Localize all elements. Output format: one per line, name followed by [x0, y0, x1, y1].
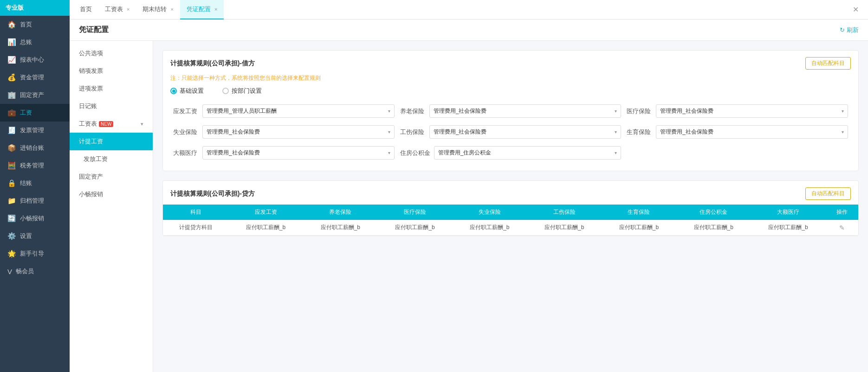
sidebar-item-vip[interactable]: V 畅会员: [0, 263, 70, 280]
sidebar-item-stock[interactable]: 📦 进销台账: [0, 139, 70, 157]
section-credit-title: 计提核算规则(公司承担)-贷方: [170, 190, 255, 198]
radio-basic-label: 基础设置: [180, 87, 204, 95]
tab-bar: 首页 工资表 × 期末结转 × 凭证配置 × ✕: [70, 0, 868, 19]
sidebar-item-close[interactable]: 🔒 结账: [0, 174, 70, 192]
content-layout: 公共选项 销项发票 进项发票 日记账 工资表 NEW ▾ 计提工资 发放工资: [70, 41, 868, 372]
th-pension: 养老保险: [303, 205, 378, 220]
sidebar-item-invoice[interactable]: 🧾 发票管理: [0, 122, 70, 139]
section-debit: 计提核算规则(公司承担)-借方 自动匹配科目 注：只能选择一种方式，系统将按照您…: [162, 50, 859, 171]
tab-salary-table-close[interactable]: ×: [127, 6, 130, 12]
sidebar-item-salary[interactable]: 💼 工资: [0, 104, 70, 122]
left-nav-input-invoice[interactable]: 进项发票: [70, 80, 153, 97]
sidebar-label-tax: 税务管理: [20, 161, 44, 170]
page-header: 凭证配置 ↻ 刷新: [70, 19, 868, 41]
td-fund-val: 应付职工薪酬_b: [676, 220, 751, 236]
window-close-button[interactable]: ✕: [847, 5, 864, 14]
form-label-7: 住房公积金: [400, 149, 430, 157]
tab-voucher-config[interactable]: 凭证配置 ×: [180, 0, 224, 19]
new-badge: NEW: [99, 121, 113, 127]
tab-salary-table[interactable]: 工资表 ×: [98, 0, 136, 19]
section-credit: 计提核算规则(公司承担)-贷方 自动匹配科目 科目 应发工资 养老保险 医疗保险…: [162, 180, 859, 236]
sidebar-item-settings[interactable]: ⚙️ 设置: [0, 227, 70, 245]
form-item-0: 应发工资 管理费用_管理人员职工薪酬 ▾: [170, 101, 397, 122]
left-nav-journal[interactable]: 日记账: [70, 97, 153, 115]
td-medical-val: 应付职工薪酬_b: [378, 220, 453, 236]
chevron-down-icon-0: ▾: [388, 109, 390, 114]
form-select-value-6: 管理费用_社会保险费: [207, 149, 386, 157]
sidebar-label-guide: 新手引导: [20, 250, 44, 258]
radio-basic-circle: [170, 88, 177, 94]
refresh-button[interactable]: ↻ 刷新: [840, 26, 859, 34]
form-select-value-2: 管理费用_社会保险费: [660, 107, 840, 115]
form-item-6: 大额医疗 管理费用_社会保险费 ▾: [170, 142, 397, 163]
sidebar: 专业版 🏠 首页 📊 总账 📈 报表中心 💰 资金管理 🏢 固定资产 💼 工资 …: [0, 0, 70, 372]
sidebar-item-report[interactable]: 📈 报表中心: [0, 51, 70, 69]
archive-icon: 📁: [7, 197, 16, 205]
sidebar-label-invoice: 发票管理: [20, 126, 44, 135]
tab-home-label: 首页: [80, 5, 92, 13]
th-unemploy: 失业保险: [452, 205, 527, 220]
auto-match-credit-button[interactable]: 自动匹配科目: [805, 187, 851, 200]
settings-icon: ⚙️: [7, 232, 16, 240]
form-select-value-1: 管理费用_社会保险费: [434, 107, 613, 115]
form-select-1[interactable]: 管理费用_社会保险费 ▾: [429, 104, 622, 118]
form-grid: 应发工资 管理费用_管理人员职工薪酬 ▾ 养老保险 管理费用_社会保险费 ▾: [163, 101, 858, 171]
form-item-4: 工伤保险 管理费用_社会保险费 ▾: [397, 122, 624, 142]
guide-icon: 🌟: [7, 250, 16, 258]
left-nav-cancel-invoice[interactable]: 销项发票: [70, 62, 153, 80]
form-select-6[interactable]: 管理费用_社会保险费 ▾: [202, 146, 395, 160]
tab-voucher-config-label: 凭证配置: [187, 5, 211, 13]
sidebar-label-ledger: 总账: [20, 38, 32, 46]
sidebar-item-ledger[interactable]: 📊 总账: [0, 33, 70, 51]
tab-period-end-close[interactable]: ×: [170, 6, 173, 12]
left-nav-calc-salary[interactable]: 计提工资: [70, 133, 153, 150]
td-action[interactable]: ✎: [825, 220, 858, 236]
sidebar-item-archive[interactable]: 📁 归档管理: [0, 192, 70, 210]
tab-period-end-label: 期末结转: [143, 5, 167, 13]
tab-home[interactable]: 首页: [73, 0, 98, 19]
form-select-0[interactable]: 管理费用_管理人员职工薪酬 ▾: [202, 104, 395, 118]
form-label-5: 生育保险: [627, 128, 652, 136]
left-nav-fixed-assets[interactable]: 固定资产: [70, 168, 153, 186]
left-nav-pay-salary[interactable]: 发放工资: [70, 150, 153, 168]
form-label-2: 医疗保险: [627, 107, 652, 115]
left-nav-journal-label: 日记账: [79, 102, 97, 110]
sidebar-item-capital[interactable]: 💰 资金管理: [0, 69, 70, 86]
chevron-down-icon-3: ▾: [388, 129, 390, 135]
edit-icon[interactable]: ✎: [839, 224, 845, 231]
form-select-7[interactable]: 管理费用_住房公积金 ▾: [434, 146, 622, 160]
th-major-medical: 大额医疗: [751, 205, 826, 220]
radio-department-circle: [222, 88, 229, 94]
th-action: 操作: [825, 205, 858, 220]
chevron-down-icon-1: ▾: [615, 109, 617, 114]
th-medical: 医疗保险: [378, 205, 453, 220]
form-select-3[interactable]: 管理费用_社会保险费 ▾: [202, 125, 395, 139]
left-nav-public[interactable]: 公共选项: [70, 45, 153, 62]
form-select-5[interactable]: 管理费用_社会保险费 ▾: [656, 125, 848, 139]
form-item-5: 生育保险 管理费用_社会保险费 ▾: [624, 122, 851, 142]
sidebar-label-settings: 设置: [20, 232, 32, 240]
sidebar-item-home[interactable]: 🏠 首页: [0, 16, 70, 33]
tab-period-end[interactable]: 期末结转 ×: [136, 0, 180, 19]
left-nav-expense[interactable]: 小畅报销: [70, 186, 153, 203]
chevron-down-icon-5: ▾: [842, 129, 844, 135]
sidebar-label-vip: 畅会员: [16, 267, 34, 276]
radio-department[interactable]: 按部门设置: [222, 87, 262, 95]
salary-icon: 💼: [7, 109, 16, 117]
sidebar-item-guide[interactable]: 🌟 新手引导: [0, 245, 70, 263]
form-select-4[interactable]: 管理费用_社会保险费 ▾: [429, 125, 622, 139]
th-subject: 科目: [163, 205, 228, 220]
tax-icon: 🧮: [7, 161, 16, 170]
auto-match-debit-button[interactable]: 自动匹配科目: [805, 57, 851, 70]
sidebar-item-tax[interactable]: 🧮 税务管理: [0, 157, 70, 174]
sidebar-item-asset[interactable]: 🏢 固定资产: [0, 86, 70, 104]
tab-voucher-config-close[interactable]: ×: [214, 6, 217, 12]
expand-icon: ▾: [141, 121, 143, 127]
left-nav-salary-table[interactable]: 工资表 NEW ▾: [70, 115, 153, 133]
refresh-icon: ↻: [840, 26, 845, 33]
sidebar-label-close: 结账: [20, 179, 32, 187]
sidebar-item-expense[interactable]: 🔄 小畅报销: [0, 210, 70, 227]
radio-basic[interactable]: 基础设置: [170, 87, 204, 95]
form-select-2[interactable]: 管理费用_社会保险费 ▾: [656, 104, 848, 118]
left-nav-expense-label: 小畅报销: [79, 190, 103, 199]
